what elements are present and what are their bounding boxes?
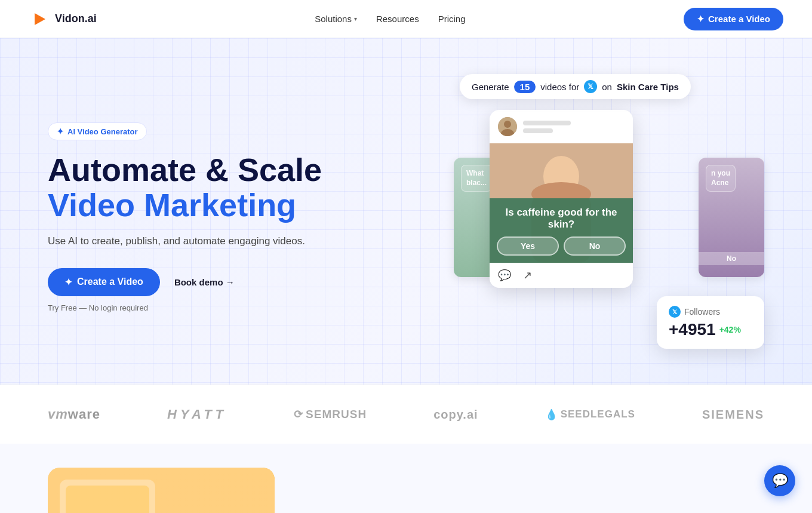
logo[interactable]: Vidon.ai xyxy=(29,8,97,30)
side-video-right: n youAcne No xyxy=(699,158,764,277)
side-left-text: Whatblac... xyxy=(461,165,492,192)
book-demo-label: Book demo → xyxy=(174,277,235,287)
sparkle-hero-icon: ✦ xyxy=(64,277,72,288)
seedlegals-icon: 💧 xyxy=(545,408,558,421)
quiz-no-label: No xyxy=(589,241,601,251)
brand-siemens: SIEMENS xyxy=(702,408,764,422)
twitter-icon-followers: 𝕏 xyxy=(669,306,681,318)
avatar-lines xyxy=(523,121,571,133)
quiz-answers: Yes No xyxy=(497,236,626,256)
comment-icon: 💬 xyxy=(498,269,511,282)
svg-rect-11 xyxy=(66,486,149,513)
bottom-card-svg xyxy=(48,468,275,513)
copyai-label: copy.ai xyxy=(433,408,478,421)
badge-star-icon: ✦ xyxy=(57,127,64,136)
quiz-yes-label: Yes xyxy=(521,241,535,251)
brand-vmware: vmware xyxy=(48,407,100,422)
quiz-overlay: Is caffeine good for the skin? Yes No xyxy=(490,198,633,263)
avatar xyxy=(498,117,517,136)
side-right-text: n youAcne xyxy=(706,165,736,192)
main-video-card: Is caffeine good for the skin? Yes No 💬 … xyxy=(490,110,633,288)
side-img-right: n youAcne No xyxy=(699,158,764,277)
hero-actions: ✦ Create a Video Book demo → xyxy=(48,268,322,296)
book-demo-button[interactable]: Book demo → xyxy=(174,277,235,287)
video-card-header xyxy=(490,110,633,143)
followers-label: Followers xyxy=(684,307,720,317)
generate-pill: Generate 15 videos for 𝕏 on Skin Care Ti… xyxy=(460,74,691,99)
followers-number: +4951 xyxy=(669,320,716,339)
quiz-question: Is caffeine good for the skin? xyxy=(497,207,626,231)
video-card-footer: 💬 ↗ xyxy=(490,263,633,288)
nav-links: Solutions ▾ Resources Pricing xyxy=(315,14,465,24)
semrush-icon: ⟳ xyxy=(294,408,303,421)
brand-seedlegals: 💧 SEEDLEGALS xyxy=(545,408,635,421)
pricing-label: Pricing xyxy=(438,14,466,24)
logo-text: Vidon.ai xyxy=(55,13,97,25)
create-hero-label: Create a Video xyxy=(77,277,143,287)
try-free-text: Try Free — No login required xyxy=(48,303,322,312)
hero-title-line1: Automate & Scale xyxy=(48,152,322,188)
brand-hyatt: HYATT xyxy=(167,407,227,422)
bottom-card-left xyxy=(48,468,275,513)
resources-nav-item[interactable]: Resources xyxy=(376,14,419,24)
avatar-line-2 xyxy=(523,128,553,133)
brand-semrush: ⟳ SEMRUSH xyxy=(294,408,367,421)
pricing-nav-item[interactable]: Pricing xyxy=(438,14,466,24)
generate-number: 15 xyxy=(514,81,536,93)
generate-middle: videos for xyxy=(540,82,579,92)
chat-button[interactable]: 💬 xyxy=(764,465,795,496)
quiz-no-btn[interactable]: No xyxy=(564,236,626,256)
logo-icon xyxy=(29,8,50,30)
avatar-img xyxy=(498,117,517,136)
generate-topic: Skin Care Tips xyxy=(617,82,679,92)
avatar-line-1 xyxy=(523,121,571,125)
create-video-nav-button[interactable]: ✦ Create a Video xyxy=(684,8,783,30)
semrush-label: SEMRUSH xyxy=(306,408,367,421)
ai-badge: ✦ AI Video Generator xyxy=(48,122,147,140)
resources-label: Resources xyxy=(376,14,419,24)
generate-prefix: Generate xyxy=(472,82,509,92)
generate-on: on xyxy=(602,82,612,92)
followers-percentage: +42% xyxy=(719,325,741,334)
twitter-icon: 𝕏 xyxy=(584,80,597,93)
followers-card: 𝕏 Followers +4951 +42% xyxy=(657,296,764,349)
siemens-label: SIEMENS xyxy=(702,408,764,421)
solutions-label: Solutions xyxy=(315,14,352,24)
bottom-section xyxy=(0,444,812,513)
sparkle-icon: ✦ xyxy=(697,14,705,24)
hyatt-label: HYATT xyxy=(167,407,227,422)
create-nav-label: Create a Video xyxy=(708,14,770,24)
brands-section: vmware HYATT ⟳ SEMRUSH copy.ai 💧 SEEDLEG… xyxy=(0,385,812,444)
chat-icon: 💬 xyxy=(772,473,788,489)
brand-copyai: copy.ai xyxy=(433,408,478,422)
hero-left: ✦ AI Video Generator Automate & Scale Vi… xyxy=(48,122,322,312)
solutions-nav-item[interactable]: Solutions ▾ xyxy=(315,14,357,24)
hero-right: Generate 15 videos for 𝕏 on Skin Care Ti… xyxy=(454,74,764,361)
video-image: Is caffeine good for the skin? Yes No xyxy=(490,143,633,263)
followers-count-display: +4951 +42% xyxy=(669,320,752,339)
create-video-hero-button[interactable]: ✦ Create a Video xyxy=(48,268,160,296)
seedlegals-label: SEEDLEGALS xyxy=(561,408,635,420)
chevron-down-icon: ▾ xyxy=(354,16,357,22)
vmware-label: vm xyxy=(48,407,68,422)
hero-section: ✦ AI Video Generator Automate & Scale Vi… xyxy=(0,38,812,385)
svg-point-3 xyxy=(504,121,511,128)
quiz-yes-btn[interactable]: Yes xyxy=(497,236,559,256)
hero-title: Automate & Scale Video Marketing xyxy=(48,152,322,223)
side-no-btn: No xyxy=(699,252,764,265)
share-icon: ↗ xyxy=(523,269,532,282)
followers-header: 𝕏 Followers xyxy=(669,306,752,318)
hero-subtitle: Use AI to create, publish, and automate … xyxy=(48,233,322,249)
badge-label: AI Video Generator xyxy=(67,127,138,136)
hero-title-line2: Video Marketing xyxy=(48,188,322,223)
navbar: Vidon.ai Solutions ▾ Resources Pricing ✦… xyxy=(0,0,812,38)
